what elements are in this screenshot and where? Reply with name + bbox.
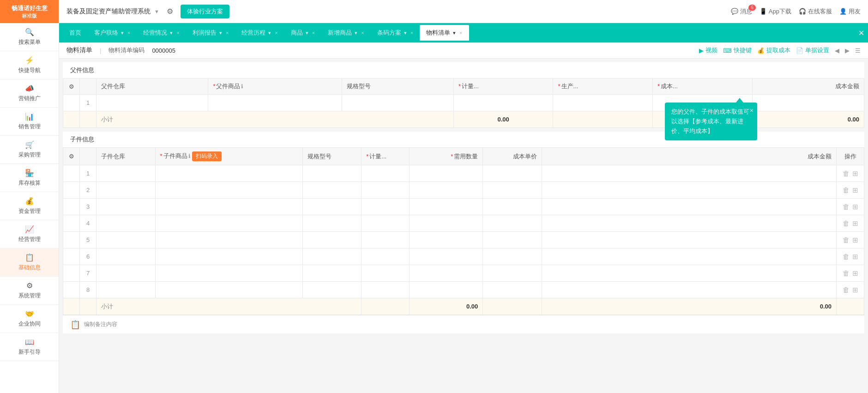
system-dropdown-arrow[interactable]: ▼ (154, 9, 159, 14)
parent-row1-warehouse[interactable] (96, 95, 208, 111)
child-row1-qty[interactable] (409, 182, 483, 199)
child-row0-product[interactable] (155, 165, 302, 182)
child-row4-unit[interactable] (362, 232, 410, 248)
nav-tab-物料清单[interactable]: 物料清单▾× (420, 25, 469, 41)
online-service-button[interactable]: 🎧 在线客服 (799, 7, 832, 16)
child-row2-spec[interactable] (302, 199, 362, 215)
child-row3-qty[interactable] (409, 215, 483, 232)
nav-prev-icon[interactable]: ◀ (835, 47, 839, 54)
child-row0-spec[interactable] (302, 165, 362, 182)
child-row4-warehouse[interactable] (96, 232, 156, 248)
sidebar-item-采购管理[interactable]: 🛒采购管理 (0, 136, 59, 164)
parent-row1-product[interactable] (208, 95, 342, 111)
copy-icon-5[interactable]: ⊞ (852, 253, 858, 261)
sidebar-item-库存核算[interactable]: 🏪库存核算 (0, 164, 59, 192)
child-row5-warehouse[interactable] (96, 248, 156, 265)
sidebar-item-搜索菜单[interactable]: 🔍搜索菜单 (0, 23, 59, 51)
sidebar-item-基础信息[interactable]: 📋基础信息 (0, 248, 59, 277)
child-row7-warehouse[interactable] (96, 282, 156, 298)
sidebar-item-新手引导[interactable]: 📖新手引导 (0, 333, 59, 361)
nav-tab-经营历程[interactable]: 经营历程▾× (235, 25, 284, 41)
child-row2-unit[interactable] (362, 199, 410, 215)
child-row3-unit-cost[interactable] (483, 215, 542, 232)
child-row5-product[interactable] (155, 248, 302, 265)
child-row1-spec[interactable] (302, 182, 362, 199)
tab-close-5[interactable]: × (312, 30, 315, 36)
child-row7-qty[interactable] (409, 282, 483, 298)
child-row0-unit[interactable] (362, 165, 410, 182)
sidebar-item-营销推广[interactable]: 📣营销推广 (0, 79, 59, 108)
delete-icon-5[interactable]: 🗑 (843, 253, 850, 261)
copy-icon-4[interactable]: ⊞ (852, 236, 858, 244)
menu-icon[interactable]: ☰ (855, 47, 861, 54)
child-row1-unit-cost[interactable] (483, 182, 542, 199)
copy-icon-1[interactable]: ⊞ (852, 186, 858, 194)
parent-row1-produce[interactable] (553, 95, 653, 111)
extract-cost-action[interactable]: 💰 提取成本 (757, 46, 790, 54)
tab-close-1[interactable]: × (127, 30, 130, 36)
tab-close-2[interactable]: × (176, 30, 179, 36)
parent-row1-unit[interactable] (453, 95, 553, 111)
nav-tab-条码方案[interactable]: 条码方案▾× (371, 25, 420, 41)
tab-close-4[interactable]: × (275, 30, 277, 36)
child-row7-unit[interactable] (362, 282, 410, 298)
child-row4-product[interactable] (155, 232, 302, 248)
shortcut-action[interactable]: ⌨ 快捷键 (723, 46, 752, 54)
tab-close-8[interactable]: × (459, 30, 462, 36)
child-row0-qty[interactable] (409, 165, 483, 182)
sidebar-item-快捷导航[interactable]: ⚡快捷导航 (0, 51, 59, 79)
delete-icon-6[interactable]: 🗑 (843, 269, 850, 278)
nav-tab-经营情况[interactable]: 经营情况▾× (137, 25, 186, 41)
child-row4-qty[interactable] (409, 232, 483, 248)
child-row5-qty[interactable] (409, 248, 483, 265)
sidebar-item-销售管理[interactable]: 📊销售管理 (0, 108, 59, 136)
tab-close-7[interactable]: × (410, 30, 413, 36)
copy-icon-3[interactable]: ⊞ (852, 219, 858, 228)
child-row0-unit-cost[interactable] (483, 165, 542, 182)
sidebar-item-企业协同[interactable]: 🤝企业协同 (0, 305, 59, 333)
parent-row1-spec[interactable] (342, 95, 453, 111)
nav-tab-新增商品[interactable]: 新增商品▾× (321, 25, 370, 41)
doc-settings-action[interactable]: 📄 单据设置 (796, 46, 829, 54)
copy-icon-2[interactable]: ⊞ (852, 203, 858, 211)
child-row1-warehouse[interactable] (96, 182, 156, 199)
nav-tab-客户联络[interactable]: 客户联络▾× (88, 25, 137, 41)
tooltip-close-icon[interactable]: × (750, 105, 753, 115)
child-row5-unit[interactable] (362, 248, 410, 265)
child-row2-unit-cost[interactable] (483, 199, 542, 215)
nav-tab-商品[interactable]: 商品▾× (284, 25, 321, 41)
nav-tab-首页[interactable]: 首页 (63, 25, 88, 41)
sidebar-item-系统管理[interactable]: ⚙系统管理 (0, 277, 59, 305)
message-button[interactable]: 💬 消息 6 (731, 7, 752, 16)
scan-input-button[interactable]: 扫码录入 (192, 151, 222, 161)
copy-icon-7[interactable]: ⊞ (852, 286, 858, 294)
child-row6-qty[interactable] (409, 265, 483, 282)
app-download-button[interactable]: 📱 App下载 (760, 7, 791, 16)
delete-icon-7[interactable]: 🗑 (843, 286, 850, 294)
tab-close-6[interactable]: × (361, 30, 364, 36)
nav-next-icon[interactable]: ▶ (845, 47, 850, 54)
child-row2-warehouse[interactable] (96, 199, 156, 215)
gear-icon[interactable]: ⚙ (167, 7, 173, 16)
copy-icon-6[interactable]: ⊞ (852, 269, 858, 278)
child-row3-product[interactable] (155, 215, 302, 232)
child-row5-unit-cost[interactable] (483, 248, 542, 265)
child-row7-product[interactable] (155, 282, 302, 298)
child-row1-product[interactable] (155, 182, 302, 199)
child-row4-spec[interactable] (302, 232, 362, 248)
child-row7-unit-cost[interactable] (483, 282, 542, 298)
child-row3-warehouse[interactable] (96, 215, 156, 232)
sidebar-item-资金管理[interactable]: 💰资金管理 (0, 192, 59, 220)
child-row6-spec[interactable] (302, 265, 362, 282)
copy-icon-0[interactable]: ⊞ (852, 169, 858, 178)
child-row5-spec[interactable] (302, 248, 362, 265)
child-row3-unit[interactable] (362, 215, 410, 232)
nav-tab-利润报告[interactable]: 利润报告▾× (186, 25, 235, 41)
delete-icon-0[interactable]: 🗑 (843, 169, 850, 178)
child-row6-unit-cost[interactable] (483, 265, 542, 282)
child-row2-product[interactable] (155, 199, 302, 215)
child-row7-spec[interactable] (302, 282, 362, 298)
sidebar-item-经营管理[interactable]: 📈经营管理 (0, 220, 59, 248)
child-row0-warehouse[interactable] (96, 165, 156, 182)
delete-icon-4[interactable]: 🗑 (843, 236, 850, 244)
